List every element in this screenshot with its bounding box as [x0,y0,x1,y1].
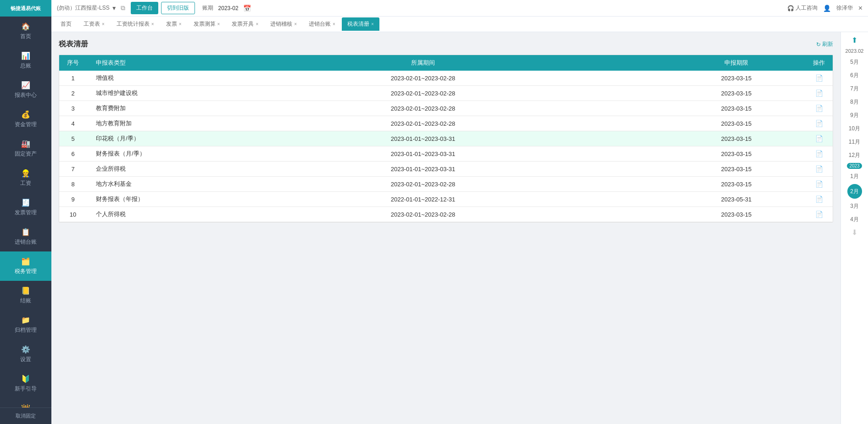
refresh-button[interactable]: ↻ 刷新 [816,40,833,48]
cal-month[interactable]: 1月 [841,170,868,183]
cell-seq: 8 [59,177,87,192]
sidebar-item-设置[interactable]: ⚙️设置 [0,340,51,369]
cal-month[interactable]: 3月 [841,200,868,213]
ai-consult[interactable]: 🎧 人工咨询 [787,4,818,12]
tab-发票[interactable]: 发票× [161,17,187,31]
sidebar-item-进销台账[interactable]: 📋进销台账 [0,222,51,251]
tab-close-icon[interactable]: × [151,22,154,27]
cell-period: 2023-01-01~2023-03-31 [178,131,668,146]
cell-action[interactable]: 📄 [805,101,833,116]
calendar-icon[interactable]: 📅 [243,5,251,12]
table-row: 10 个人所得税 2023-02-01~2023-02-28 2023-03-1… [59,207,833,222]
tab-close-icon[interactable]: × [294,22,297,27]
tab-close-icon[interactable]: × [179,22,182,27]
calendar-up-icon[interactable]: ⬆ [850,34,859,46]
cal-month[interactable]: 12月 [841,149,868,162]
tab-税表清册[interactable]: 税表清册× [342,17,379,31]
calendar-panel: ⬆ 2023.02 5月6月7月8月9月10月11月12月20231月2月3月4… [840,32,868,424]
cell-deadline: 2023-03-15 [668,146,805,162]
sidebar-item-发票管理[interactable]: 🧾发票管理 [0,193,51,222]
action-icon[interactable]: 📄 [815,120,823,127]
sidebar-item-畅会员[interactable]: 👑畅会员 [0,398,51,407]
sidebar-icon: 📊 [21,51,30,60]
cal-month[interactable]: 4月 [841,213,868,226]
topbar: (勿动）江西报星-LSS ▼ ⧉ 工作台 切到旧版 账期 2023-02 📅 🎧… [51,0,868,17]
sidebar-item-首页[interactable]: 🏠首页 [0,17,51,46]
tab-进销稽核[interactable]: 进销稽核× [265,17,302,31]
action-icon[interactable]: 📄 [815,150,823,157]
calendar-down-icon[interactable]: ⬇ [850,226,859,239]
tab-close-icon[interactable]: × [217,22,220,27]
sidebar-nav: 🏠首页📊总账📈报表中心💰资金管理🏭固定资产👷工资🧾发票管理📋进销台账🗂️税务管理… [0,17,51,407]
sidebar-item-工资[interactable]: 👷工资 [0,163,51,193]
cell-deadline: 2023-03-15 [668,86,805,101]
tab-工资表[interactable]: 工资表× [78,17,110,31]
sidebar-item-label: 归档管理 [15,326,37,334]
tab-进销台账[interactable]: 进销台账× [303,17,341,31]
action-icon[interactable]: 📄 [815,74,823,82]
cell-action[interactable]: 📄 [805,71,833,86]
tab-工资统计报表[interactable]: 工资统计报表× [111,17,160,31]
cal-month[interactable]: 2月 [847,184,862,199]
sidebar-footer[interactable]: 取消固定 [0,407,51,424]
cell-seq: 1 [59,71,87,86]
cell-deadline: 2023-03-15 [668,131,805,146]
sidebar-item-报表中心[interactable]: 📈报表中心 [0,75,51,105]
tab-close-icon[interactable]: × [256,22,258,27]
table-wrapper: 序号 申报表类型 所属期间 申报期限 操作 1 增值税 2023-02-01~2… [59,55,833,223]
refresh-icon: ↻ [816,41,821,48]
close-icon[interactable]: × [858,4,862,12]
cell-action[interactable]: 📄 [805,116,833,131]
sidebar-item-归档管理[interactable]: 📁归档管理 [0,310,51,340]
tab-close-icon[interactable]: × [333,22,335,27]
action-icon[interactable]: 📄 [815,105,823,112]
topbar-actions: 工作台 切到旧版 [131,2,195,14]
sidebar-item-资金管理[interactable]: 💰资金管理 [0,105,51,134]
tab-发票开具[interactable]: 发票开具× [226,17,264,31]
tab-label: 工资统计报表 [117,20,150,28]
action-icon[interactable]: 📄 [815,180,823,188]
action-icon[interactable]: 📄 [815,89,823,97]
header-row: 序号 申报表类型 所属期间 申报期限 操作 [59,55,833,71]
action-icon[interactable]: 📄 [815,135,823,142]
sidebar-icon: 📒 [21,286,30,295]
sidebar-item-固定资产[interactable]: 🏭固定资产 [0,134,51,163]
col-deadline: 申报期限 [668,55,805,71]
cal-month[interactable]: 9月 [841,109,868,122]
cal-month[interactable]: 7月 [841,82,868,95]
cell-period: 2023-02-01~2023-02-28 [178,71,668,86]
tab-发票测算[interactable]: 发票测算× [188,17,226,31]
cell-action[interactable]: 📄 [805,162,833,177]
cell-action[interactable]: 📄 [805,146,833,162]
cal-month[interactable]: 8月 [841,95,868,109]
sidebar-item-新手引导[interactable]: 🔰新手引导 [0,369,51,398]
company-selector[interactable]: (勿动）江西报星-LSS ▼ [57,4,117,12]
cell-action[interactable]: 📄 [805,177,833,192]
action-icon[interactable]: 📄 [815,211,823,218]
action-icon[interactable]: 📄 [815,165,823,173]
switch-old-button[interactable]: 切到旧版 [161,2,195,14]
cell-action[interactable]: 📄 [805,86,833,101]
cal-month[interactable]: 6月 [841,69,868,82]
workspace-button[interactable]: 工作台 [131,2,158,14]
cell-action[interactable]: 📄 [805,192,833,207]
sidebar-item-label: 报表中心 [15,91,37,99]
table-row: 1 增值税 2023-02-01~2023-02-28 2023-03-15 📄 [59,71,833,86]
tab-close-icon[interactable]: × [371,22,374,27]
cell-period: 2023-01-01~2023-03-31 [178,162,668,177]
cell-action[interactable]: 📄 [805,207,833,222]
cell-period: 2023-01-01~2023-03-31 [178,146,668,162]
sidebar-item-总账[interactable]: 📊总账 [0,46,51,75]
cell-period: 2022-01-01~2022-12-31 [178,192,668,207]
cal-month[interactable]: 11月 [841,135,868,149]
main-area: (勿动）江西报星-LSS ▼ ⧉ 工作台 切到旧版 账期 2023-02 📅 🎧… [51,0,868,424]
action-icon[interactable]: 📄 [815,195,823,203]
sidebar-item-结账[interactable]: 📒结账 [0,281,51,310]
cal-month[interactable]: 5月 [841,56,868,69]
cal-month[interactable]: 10月 [841,122,868,135]
cell-action[interactable]: 📄 [805,131,833,146]
tab-close-icon[interactable]: × [102,22,105,27]
sidebar-item-税务管理[interactable]: 🗂️税务管理 [0,251,51,281]
tab-首页[interactable]: 首页 [55,17,77,31]
cell-type: 个人所得税 [87,207,178,222]
